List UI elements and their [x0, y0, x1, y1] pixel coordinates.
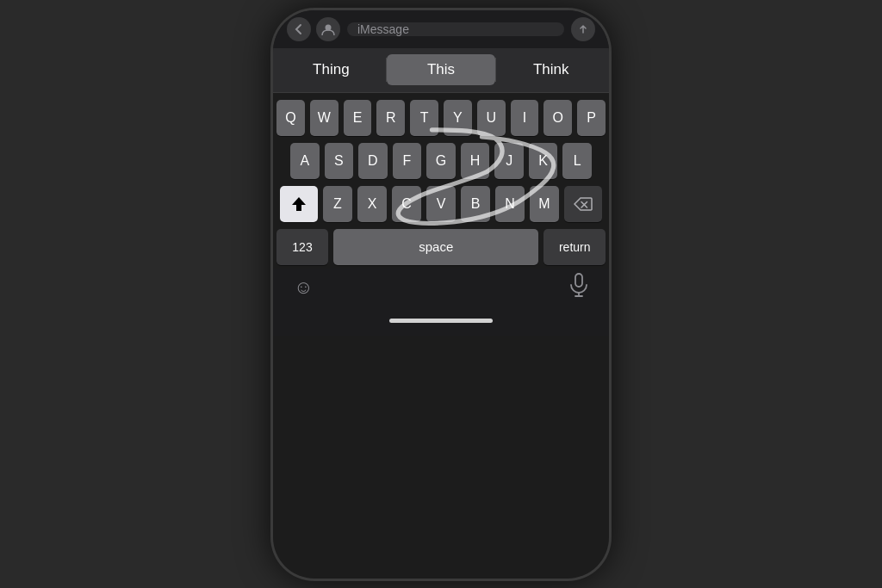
phone-frame: iMessage Thing This Think Q W E R: [273, 10, 609, 579]
key-l[interactable]: L: [562, 143, 592, 179]
key-j[interactable]: J: [494, 143, 524, 179]
key-row-3: Z X C V B N M: [276, 186, 606, 222]
key-z[interactable]: Z: [323, 186, 352, 222]
top-bar-left: [287, 17, 340, 41]
key-r[interactable]: R: [376, 100, 405, 136]
shift-key[interactable]: [280, 186, 318, 222]
key-k[interactable]: K: [529, 143, 558, 179]
contact-avatar[interactable]: [316, 17, 340, 41]
space-key[interactable]: space: [333, 229, 538, 265]
key-g[interactable]: G: [426, 143, 456, 179]
top-bar: iMessage: [273, 10, 609, 48]
key-m[interactable]: M: [530, 186, 559, 222]
key-n[interactable]: N: [495, 186, 525, 222]
key-a[interactable]: A: [290, 143, 320, 179]
key-p[interactable]: P: [577, 100, 606, 136]
home-indicator: [389, 319, 493, 323]
key-row-2: A S D F G H J K L: [276, 143, 606, 179]
key-y[interactable]: Y: [444, 100, 472, 136]
key-w[interactable]: W: [310, 100, 339, 136]
autocomplete-bar: Thing This Think: [273, 48, 609, 93]
key-v[interactable]: V: [426, 186, 456, 222]
svg-rect-2: [575, 274, 582, 287]
mic-icon[interactable]: [569, 273, 588, 302]
key-t[interactable]: T: [410, 100, 438, 136]
key-u[interactable]: U: [477, 100, 506, 136]
key-f[interactable]: F: [393, 143, 422, 179]
emoji-icon[interactable]: ☺: [294, 276, 313, 299]
key-d[interactable]: D: [358, 143, 388, 179]
key-q[interactable]: Q: [276, 100, 305, 136]
key-s[interactable]: S: [325, 143, 354, 179]
key-o[interactable]: O: [543, 100, 572, 136]
key-h[interactable]: H: [461, 143, 490, 179]
home-indicator-bar: [273, 306, 609, 336]
key-b[interactable]: B: [461, 186, 490, 222]
autocomplete-thing[interactable]: Thing: [276, 54, 386, 85]
numbers-key[interactable]: 123: [276, 229, 328, 265]
key-c[interactable]: C: [392, 186, 421, 222]
autocomplete-this-text: This: [427, 61, 455, 78]
return-key[interactable]: return: [543, 229, 606, 265]
key-row-1: Q W E R T Y U I O P: [276, 100, 606, 136]
key-x[interactable]: X: [357, 186, 387, 222]
back-button[interactable]: [287, 17, 311, 41]
message-input-bar[interactable]: iMessage: [347, 22, 564, 36]
autocomplete-think[interactable]: Think: [496, 54, 606, 85]
key-e[interactable]: E: [344, 100, 372, 136]
send-button[interactable]: [571, 17, 595, 41]
autocomplete-this[interactable]: This: [387, 54, 496, 85]
keyboard-keys: Q W E R T Y U I O P A S D F G H J K L: [273, 93, 609, 269]
autocomplete-think-text: Think: [533, 61, 569, 78]
emoji-mic-bar: ☺: [273, 269, 609, 306]
key-i[interactable]: I: [511, 100, 539, 136]
backspace-key[interactable]: [564, 186, 602, 222]
message-placeholder: iMessage: [357, 22, 409, 36]
autocomplete-thing-text: Thing: [313, 61, 350, 78]
key-row-bottom: 123 space return: [276, 229, 606, 265]
